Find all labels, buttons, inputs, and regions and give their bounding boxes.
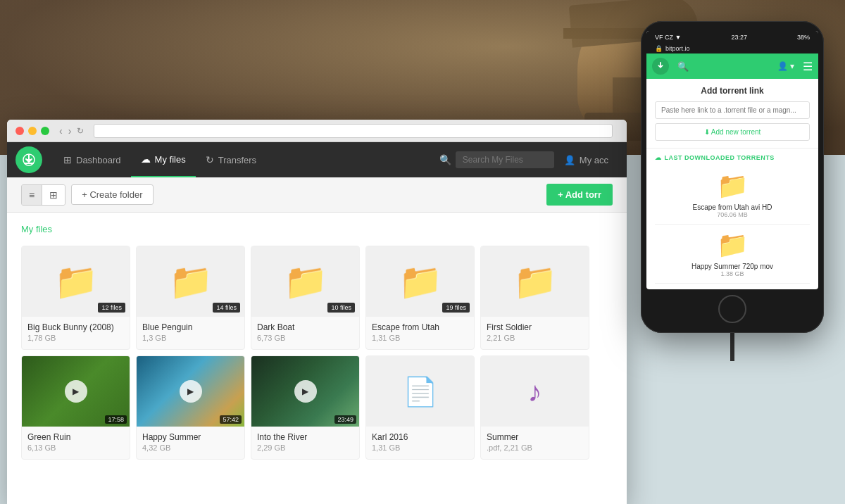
file-info: Into the River 2,29 GB — [251, 427, 359, 459]
nav-transfers-label: Transfers — [218, 155, 256, 165]
cloud-icon: ☁ — [655, 154, 662, 161]
file-size: 1,31 GB — [372, 443, 468, 452]
play-button[interactable]: ▶ — [65, 380, 87, 403]
video-duration: 57:42 — [220, 415, 242, 424]
browser-window: ‹ › ↻ ⊞ Dashboard ☁ My files ↻ Transfers — [7, 120, 627, 504]
mobile-phone: VF CZ ▼ 23:27 38% 🔒 bitport.io 🔍 👤 ▾ ☰ — [641, 21, 824, 361]
file-thumbnail: 📁 12 files — [22, 246, 130, 317]
nav-dashboard-label: Dashboard — [76, 155, 121, 165]
phone-url-bar: 🔒 bitport.io — [646, 44, 818, 53]
transfers-icon: ↻ — [206, 154, 214, 165]
music-icon: ♪ — [528, 376, 542, 408]
phone-home-button[interactable] — [718, 295, 746, 323]
url-label: bitport.io — [665, 45, 690, 52]
my-files-icon: ☁ — [141, 153, 151, 165]
grid-view-btn[interactable]: ⊞ — [42, 185, 65, 205]
create-folder-button[interactable]: + Create folder — [71, 184, 153, 205]
add-torrent-button[interactable]: + Add torr — [546, 184, 613, 206]
forward-btn[interactable]: › — [68, 125, 72, 137]
file-size: 6,73 GB — [257, 334, 353, 342]
list-item[interactable]: 📁 14 files Blue Penguin 1,3 GB — [136, 246, 245, 350]
browser-titlebar: ‹ › ↻ — [7, 120, 627, 142]
folder-icon: 📁 — [284, 264, 327, 299]
file-thumbnail: ♪ — [481, 356, 589, 427]
phone-search-icon[interactable]: 🔍 — [673, 61, 773, 72]
list-item[interactable]: 📄 Karl 2016 1,31 GB — [365, 355, 475, 460]
list-item[interactable]: 📁 Happy Summer 720p mov 1.38 GB — [655, 225, 810, 284]
file-name: Escape from Utah — [372, 322, 468, 332]
list-item[interactable]: 📁 Escape from Utah avi HD 706.06 MB — [655, 165, 810, 225]
list-item[interactable]: 📁 10 files Dark Boat 6,73 GB — [251, 246, 360, 350]
list-item[interactable]: ▶ 23:49 Into the River 2,29 GB — [251, 355, 360, 460]
file-info: Karl 2016 1,31 GB — [366, 427, 474, 459]
window-minimize-dot[interactable] — [28, 127, 37, 135]
file-thumbnail: ▶ 17:58 — [22, 356, 130, 427]
file-size: 2,21 GB — [487, 334, 583, 342]
window-close-dot[interactable] — [15, 127, 24, 135]
phone-logo[interactable] — [652, 58, 669, 75]
window-maximize-dot[interactable] — [41, 127, 49, 135]
app-logo[interactable] — [15, 146, 42, 173]
file-count-badge: 10 files — [327, 303, 355, 313]
logo-icon — [22, 153, 36, 167]
nav-my-files-label: My files — [155, 154, 186, 165]
nav-dashboard[interactable]: ⊞ Dashboard — [54, 142, 131, 177]
list-item[interactable]: 📁 First Soldier 2,21 GB — [480, 246, 589, 350]
file-info: Summer .pdf, 2,21 GB — [481, 427, 589, 459]
folder-icon: 📁 — [513, 264, 557, 299]
file-thumbnail: ▶ 23:49 — [251, 356, 359, 427]
file-size: 4,32 GB — [142, 443, 239, 452]
phone-cable — [730, 333, 734, 361]
back-btn[interactable]: ‹ — [59, 125, 63, 137]
file-thumbnail: ▶ 57:42 — [137, 356, 244, 427]
folder-icon: 📁 — [399, 264, 442, 299]
nav-transfers[interactable]: ↻ Transfers — [196, 142, 266, 177]
phone-logo-icon — [656, 61, 665, 71]
phone-folder-icon: 📁 — [717, 171, 749, 201]
file-size: .pdf, 2,21 GB — [487, 443, 583, 452]
file-thumbnail: 📁 — [481, 246, 589, 317]
list-item[interactable]: 📁 12 files Big Buck Bunny (2008) 1,78 GB — [21, 246, 130, 350]
list-item[interactable]: ▶ 17:58 Green Ruin 6,13 GB — [21, 355, 130, 460]
list-item[interactable]: ♪ Summer .pdf, 2,21 GB — [480, 355, 589, 460]
file-size: 1,78 GB — [27, 334, 124, 342]
file-name: Summer — [487, 432, 583, 442]
file-info: First Soldier 2,21 GB — [481, 317, 589, 349]
play-button[interactable]: ▶ — [180, 380, 202, 403]
account-icon: 👤 — [564, 155, 575, 165]
account-label: My acc — [580, 155, 608, 165]
refresh-btn[interactable]: ↻ — [77, 126, 84, 136]
address-bar[interactable] — [94, 124, 613, 138]
list-item[interactable]: ▶ 57:42 Happy Summer 4,32 GB — [136, 355, 245, 460]
lock-icon: 🔒 — [655, 45, 663, 52]
video-duration: 17:58 — [105, 415, 127, 424]
phone-navbar: 🔍 👤 ▾ ☰ — [646, 53, 818, 79]
phone-body: VF CZ ▼ 23:27 38% 🔒 bitport.io 🔍 👤 ▾ ☰ — [641, 21, 824, 333]
file-thumbnail: 📁 14 files — [137, 246, 244, 317]
file-name: Into the River — [257, 432, 353, 442]
file-count-badge: 12 files — [98, 303, 125, 313]
nav-my-files[interactable]: ☁ My files — [131, 142, 196, 177]
phone-menu-icon[interactable]: ☰ — [803, 60, 813, 73]
file-info: Big Buck Bunny (2008) 1,78 GB — [22, 317, 130, 349]
add-new-torrent-button[interactable]: ⬇ Add new torrent — [655, 123, 810, 141]
list-item[interactable]: 📁 19 files Escape from Utah 1,31 GB — [365, 246, 475, 350]
last-downloaded-title: ☁ LAST DOWNLOADED TORRENTS — [655, 154, 810, 161]
breadcrumb[interactable]: My files — [21, 224, 613, 234]
phone-file-size: 1.38 GB — [720, 270, 744, 277]
files-grid: 📁 12 files Big Buck Bunny (2008) 1,78 GB… — [21, 246, 613, 460]
phone-user-icon[interactable]: 👤 ▾ — [777, 61, 794, 71]
file-name: Dark Boat — [257, 322, 353, 332]
play-button[interactable]: ▶ — [294, 380, 317, 403]
file-size: 2,29 GB — [257, 443, 353, 452]
account-nav[interactable]: 👤 My acc — [554, 155, 618, 165]
list-view-btn[interactable]: ≡ — [22, 185, 42, 205]
folder-icon: 📁 — [169, 264, 213, 299]
document-icon: 📄 — [403, 375, 438, 408]
search-input[interactable] — [456, 151, 554, 168]
add-torrent-section: Add torrent link ⬇ Add new torrent — [646, 79, 818, 149]
file-name: Blue Penguin — [142, 322, 239, 332]
carrier-label: VF CZ ▼ — [655, 34, 681, 41]
phone-screen: VF CZ ▼ 23:27 38% 🔒 bitport.io 🔍 👤 ▾ ☰ — [646, 31, 818, 289]
torrent-link-input[interactable] — [655, 101, 810, 119]
